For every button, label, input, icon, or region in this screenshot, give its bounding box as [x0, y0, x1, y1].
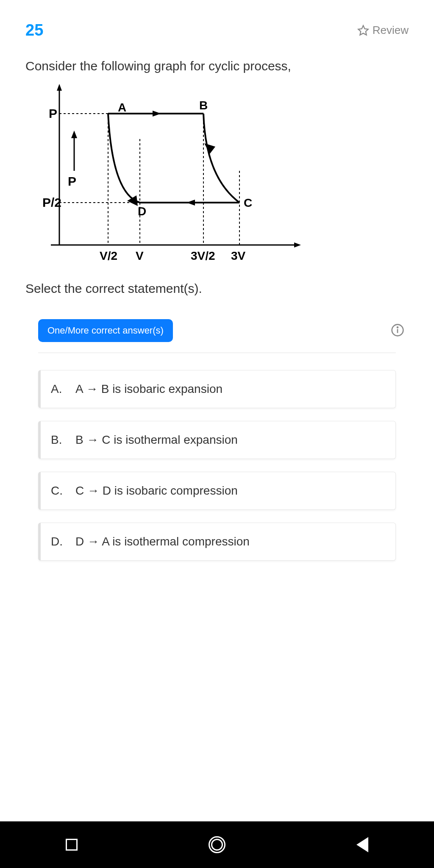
- option-letter: D.: [51, 535, 63, 548]
- option-text: D → A is isothermal compression: [75, 535, 250, 548]
- review-button[interactable]: Review: [357, 24, 409, 37]
- svg-marker-2: [57, 84, 62, 91]
- svg-marker-18: [71, 131, 77, 138]
- option-letter: B.: [51, 433, 63, 447]
- home-button[interactable]: [209, 836, 225, 853]
- option-text: B → C is isothermal expansion: [75, 433, 238, 447]
- option-a[interactable]: A. A → B is isobaric expansion: [38, 370, 396, 408]
- svg-marker-0: [358, 25, 368, 35]
- graph-node-A: A: [118, 101, 126, 114]
- svg-marker-12: [153, 111, 161, 117]
- divider: [38, 353, 396, 353]
- header-row: 25 Review: [25, 21, 409, 39]
- graph-ytick-P: P: [49, 106, 57, 120]
- pv-graph: P P P/2 A B C D V/2 V 3V/2 3V: [25, 80, 314, 270]
- select-statement-text: Select the correct statement(s).: [25, 279, 409, 298]
- review-label: Review: [373, 24, 409, 37]
- svg-point-21: [397, 327, 398, 328]
- svg-marker-4: [294, 242, 301, 248]
- android-nav-bar: [0, 821, 434, 868]
- back-button[interactable]: [356, 837, 368, 852]
- graph-node-D: D: [138, 205, 146, 218]
- graph-xtick-3: 3V: [231, 249, 246, 262]
- option-c[interactable]: C. C → D is isobaric compression: [38, 472, 396, 510]
- info-icon[interactable]: [391, 323, 404, 337]
- question-page: 25 Review Consider the following graph f…: [0, 0, 434, 821]
- option-letter: C.: [51, 484, 63, 498]
- option-text: C → D is isobaric compression: [75, 484, 238, 498]
- question-number: 25: [25, 21, 43, 39]
- graph-yaxis-label: P: [68, 174, 76, 188]
- graph-node-C: C: [244, 196, 252, 209]
- options-list: A. A → B is isobaric expansion B. B → C …: [25, 370, 409, 561]
- answer-type-badge: One/More correct answer(s): [38, 319, 173, 342]
- graph-xtick-0: V/2: [100, 249, 117, 262]
- graph-xtick-1: V: [136, 249, 144, 262]
- option-letter: A.: [51, 382, 63, 396]
- graph-ytick-Phalf: P/2: [42, 195, 61, 209]
- option-d[interactable]: D. D → A is isothermal compression: [38, 523, 396, 561]
- option-b[interactable]: B. B → C is isothermal expansion: [38, 421, 396, 459]
- graph-node-B: B: [199, 99, 208, 112]
- svg-marker-15: [204, 143, 215, 154]
- svg-marker-16: [127, 195, 138, 206]
- option-text: A → B is isobaric expansion: [75, 382, 223, 396]
- home-icon: [211, 839, 223, 851]
- graph-xtick-2: 3V/2: [191, 249, 215, 262]
- recent-apps-button[interactable]: [66, 839, 78, 851]
- question-prompt: Consider the following graph for cyclic …: [25, 56, 409, 75]
- star-icon: [357, 25, 369, 36]
- svg-marker-14: [186, 200, 195, 206]
